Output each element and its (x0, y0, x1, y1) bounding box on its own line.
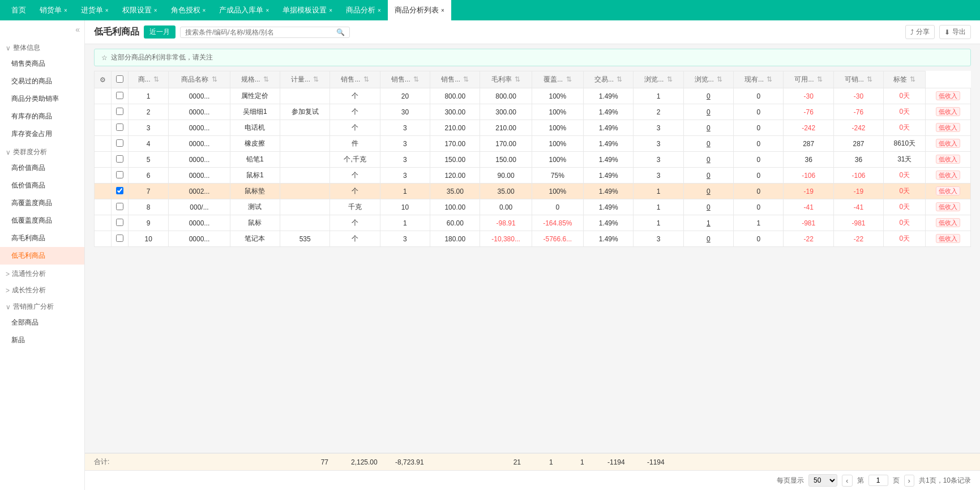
row-checkbox[interactable] (116, 219, 123, 226)
cell-checkbox[interactable] (112, 199, 129, 215)
cell-browse1[interactable]: 0 (683, 104, 733, 120)
cell-browse1[interactable]: 0 (683, 152, 733, 168)
nav-item-商品分析列表[interactable]: 商品分析列表× (388, 0, 451, 20)
cell-checkbox[interactable] (112, 88, 129, 104)
search-icon[interactable]: 🔍 (336, 28, 345, 36)
sidebar-item-低覆盖度商品[interactable]: 低覆盖度商品 (0, 212, 84, 229)
cell-browse1[interactable]: 1 (683, 215, 733, 231)
row-checkbox[interactable] (116, 108, 123, 115)
sidebar-group-title[interactable]: >成长性分析 (0, 281, 84, 297)
browse1-link[interactable]: 0 (707, 124, 711, 132)
close-icon[interactable]: × (329, 7, 332, 14)
next-page-button[interactable]: › (904, 475, 914, 487)
cell-checkbox[interactable] (112, 136, 129, 152)
nav-item-权限设置[interactable]: 权限设置× (115, 0, 164, 20)
nav-item-销货单[interactable]: 销货单× (33, 0, 74, 20)
sidebar-collapse-button[interactable]: « (0, 20, 84, 39)
sort-icon[interactable]: ⇅ (817, 75, 823, 83)
close-icon[interactable]: × (266, 7, 269, 14)
browse1-link[interactable]: 1 (707, 219, 711, 227)
row-checkbox[interactable] (116, 235, 123, 242)
sidebar-group-title[interactable]: >流通性分析 (0, 265, 84, 281)
sidebar-group-title[interactable]: ∨营销推广分析 (0, 297, 84, 314)
row-checkbox[interactable] (116, 139, 123, 147)
search-input[interactable] (185, 28, 336, 36)
nav-item-角色授权[interactable]: 角色授权× (164, 0, 213, 20)
browse1-link[interactable]: 0 (707, 203, 711, 211)
filter-button[interactable]: 近一月 (144, 25, 176, 39)
cell-checkbox[interactable] (112, 215, 129, 231)
sort-icon[interactable]: ⇅ (667, 75, 673, 83)
nav-item-进货单[interactable]: 进货单× (74, 0, 115, 20)
col-checkbox[interactable] (112, 71, 129, 88)
sidebar-item-商品分类助销率[interactable]: 商品分类助销率 (0, 90, 84, 108)
nav-item-产成品入库单[interactable]: 产成品入库单× (212, 0, 276, 20)
sidebar-item-库存资金占用[interactable]: 库存资金占用 (0, 125, 84, 143)
browse1-link[interactable]: 0 (707, 108, 711, 116)
cell-browse1[interactable]: 0 (683, 199, 733, 215)
cell-checkbox[interactable] (112, 104, 129, 120)
sort-icon[interactable]: ⇅ (717, 75, 722, 83)
cell-checkbox[interactable] (112, 184, 129, 199)
row-checkbox[interactable] (116, 187, 123, 194)
browse1-link[interactable]: 0 (707, 188, 711, 195)
sidebar-item-低毛利商品[interactable]: 低毛利商品 (0, 247, 84, 265)
close-icon[interactable]: × (64, 7, 67, 14)
sidebar-item-高价值商品[interactable]: 高价值商品 (0, 159, 84, 177)
sort-icon[interactable]: ⇅ (363, 75, 369, 83)
close-icon[interactable]: × (105, 7, 109, 14)
row-checkbox[interactable] (116, 171, 123, 178)
cell-browse1[interactable]: 0 (683, 184, 733, 199)
sidebar-item-有库存的商品[interactable]: 有库存的商品 (0, 108, 84, 125)
row-checkbox[interactable] (116, 92, 123, 99)
browse1-link[interactable]: 0 (707, 156, 711, 164)
sidebar-item-销售类商品[interactable]: 销售类商品 (0, 55, 84, 73)
sidebar-item-高毛利商品[interactable]: 高毛利商品 (0, 229, 84, 247)
select-all-checkbox[interactable] (116, 75, 123, 83)
cell-browse1[interactable]: 0 (683, 231, 733, 247)
cell-checkbox[interactable] (112, 168, 129, 184)
sort-icon[interactable]: ⇅ (515, 75, 520, 83)
sidebar-item-高覆盖度商品[interactable]: 高覆盖度商品 (0, 194, 84, 212)
sort-icon[interactable]: ⇅ (910, 75, 915, 83)
col-settings[interactable]: ⚙ (95, 71, 112, 88)
sort-icon[interactable]: ⇅ (867, 75, 872, 83)
nav-item-商品分析[interactable]: 商品分析× (339, 0, 388, 20)
sort-icon[interactable]: ⇅ (463, 75, 469, 83)
sort-icon[interactable]: ⇅ (767, 75, 772, 83)
sort-icon[interactable]: ⇅ (566, 75, 572, 83)
row-checkbox[interactable] (116, 155, 123, 163)
export-button[interactable]: ⬇ 导出 (939, 25, 971, 39)
sidebar-item-新品[interactable]: 新品 (0, 331, 84, 349)
cell-browse1[interactable]: 0 (683, 120, 733, 136)
row-checkbox[interactable] (116, 203, 123, 210)
nav-item-首页[interactable]: 首页 (5, 0, 33, 20)
sort-icon[interactable]: ⇅ (617, 75, 622, 83)
page-number-input[interactable] (868, 475, 888, 486)
cell-checkbox[interactable] (112, 231, 129, 247)
share-button[interactable]: ⤴ 分享 (905, 25, 935, 39)
page-size-select[interactable]: 50 100 200 (808, 474, 837, 487)
sidebar-item-交易过的商品[interactable]: 交易过的商品 (0, 73, 84, 90)
browse1-link[interactable]: 0 (707, 92, 711, 100)
sidebar-item-全部商品[interactable]: 全部商品 (0, 314, 84, 331)
cell-browse1[interactable]: 0 (683, 168, 733, 184)
sort-icon[interactable]: ⇅ (313, 75, 319, 83)
close-icon[interactable]: × (441, 7, 444, 14)
row-checkbox[interactable] (116, 123, 123, 131)
cell-checkbox[interactable] (112, 120, 129, 136)
close-icon[interactable]: × (378, 7, 381, 14)
cell-checkbox[interactable] (112, 152, 129, 168)
sidebar-item-低价值商品[interactable]: 低价值商品 (0, 177, 84, 194)
browse1-link[interactable]: 0 (707, 172, 711, 180)
sort-icon[interactable]: ⇅ (153, 75, 159, 83)
close-icon[interactable]: × (154, 7, 157, 14)
cell-browse1[interactable]: 0 (683, 136, 733, 152)
sort-icon[interactable]: ⇅ (212, 75, 217, 83)
sort-icon[interactable]: ⇅ (263, 75, 269, 83)
sort-icon[interactable]: ⇅ (413, 75, 419, 83)
browse1-link[interactable]: 0 (707, 235, 711, 243)
browse1-link[interactable]: 0 (707, 140, 711, 148)
nav-item-单据模板设置[interactable]: 单据模板设置× (276, 0, 339, 20)
close-icon[interactable]: × (203, 7, 206, 14)
